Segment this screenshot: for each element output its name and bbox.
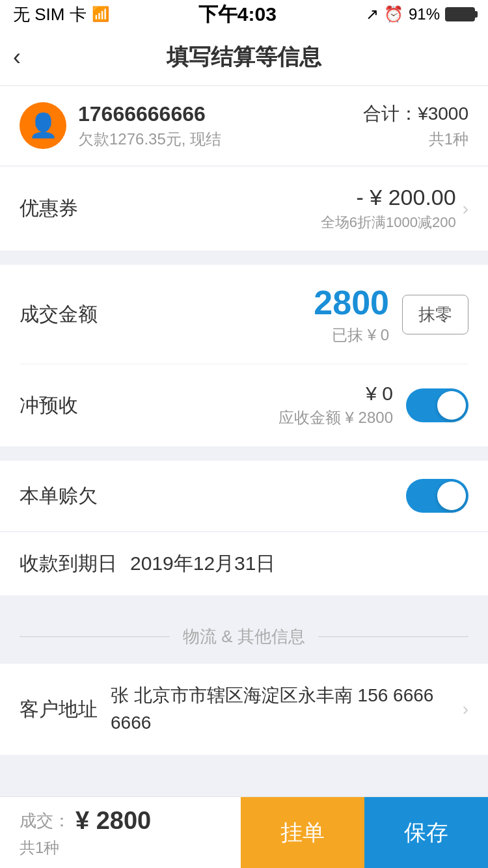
section-gap-1 xyxy=(0,252,488,265)
user-info: 17666666666 欠款1276.35元, 现结 xyxy=(78,102,221,150)
user-debt: 欠款1276.35元, 现结 xyxy=(78,129,221,150)
prepay-amount: ¥ 0 xyxy=(278,383,393,405)
address-label: 客户地址 xyxy=(20,696,98,723)
coupon-right: - ¥ 200.00 全场6折满1000减200 › xyxy=(321,185,468,232)
deal-amount: 2800 xyxy=(314,283,389,322)
user-right: 合计：¥3000 共1种 xyxy=(363,102,468,150)
logistics-divider: 物流 & 其他信息 xyxy=(0,610,488,664)
deal-amount-row: 成交金额 2800 已抹 ¥ 0 抹零 xyxy=(20,265,468,364)
back-button[interactable]: ‹ xyxy=(13,44,21,71)
deal-amount-label: 成交金额 xyxy=(20,301,98,328)
wifi-icon: 📶 xyxy=(92,6,109,23)
prepay-amount-wrap: ¥ 0 应收金额 ¥ 2800 xyxy=(278,383,393,428)
page-title: 填写结算等信息 xyxy=(167,42,321,72)
prepay-right: ¥ 0 应收金额 ¥ 2800 xyxy=(278,383,468,428)
coupon-row[interactable]: 优惠券 - ¥ 200.00 全场6折满1000减200 › xyxy=(0,167,488,251)
logistics-label: 物流 & 其他信息 xyxy=(183,625,305,648)
address-chevron-icon: › xyxy=(463,699,468,720)
status-left: 无 SIM 卡 📶 xyxy=(13,3,109,26)
alarm-icon: ⏰ xyxy=(384,5,403,23)
prepay-label: 冲预收 xyxy=(20,392,78,419)
user-phone: 17666666666 xyxy=(78,102,221,126)
prepay-sub: 应收金额 ¥ 2800 xyxy=(278,407,393,428)
logistics-line-right xyxy=(318,636,468,637)
deal-sub: 已抹 ¥ 0 xyxy=(314,325,389,346)
content-area: 👤 17666666666 欠款1276.35元, 现结 合计：¥3000 共1… xyxy=(0,86,488,868)
deal-right: 2800 已抹 ¥ 0 抹零 xyxy=(314,283,468,346)
coupon-desc: 全场6折满1000减200 xyxy=(321,213,456,232)
address-section[interactable]: 客户地址 张 北京市市辖区海淀区永丰南 156 6666 6666 › xyxy=(0,664,488,755)
prepay-row: 冲预收 ¥ 0 应收金额 ¥ 2800 xyxy=(20,364,468,446)
coupon-label: 优惠券 xyxy=(20,195,78,222)
due-date-section: 收款到期日 2019年12月31日 xyxy=(0,532,488,595)
user-count: 共1种 xyxy=(363,129,468,150)
coupon-amount: - ¥ 200.00 全场6折满1000减200 xyxy=(321,185,456,232)
logistics-line-left xyxy=(20,636,170,637)
section-gap-3 xyxy=(0,597,488,610)
due-date-label: 收款到期日 xyxy=(20,550,117,577)
bottom-deal-amount: ¥ 2800 xyxy=(75,807,151,835)
location-icon: ↗ xyxy=(366,5,379,23)
coupon-value: - ¥ 200.00 xyxy=(321,185,456,210)
coupon-chevron-icon: › xyxy=(463,198,468,219)
status-right: ↗ ⏰ 91% xyxy=(366,5,475,23)
user-left: 👤 17666666666 欠款1276.35元, 现结 xyxy=(20,102,221,150)
deal-amount-wrap: 2800 已抹 ¥ 0 xyxy=(314,283,389,346)
bottom-deal: 成交： ¥ 2800 xyxy=(20,807,221,835)
nav-bar: ‹ 填写结算等信息 xyxy=(0,29,488,86)
bottom-count: 共1种 xyxy=(20,837,221,858)
battery-label: 91% xyxy=(409,5,440,23)
battery-icon xyxy=(445,7,475,21)
user-card: 👤 17666666666 欠款1276.35元, 现结 合计：¥3000 共1… xyxy=(0,86,488,165)
due-date-value: 2019年12月31日 xyxy=(130,550,275,577)
hold-button[interactable]: 挂单 xyxy=(241,797,364,869)
bottom-bar: 成交： ¥ 2800 共1种 挂单 保存 xyxy=(0,796,488,868)
deal-section: 成交金额 2800 已抹 ¥ 0 抹零 冲预收 ¥ 0 应收金额 ¥ 2800 xyxy=(0,265,488,446)
debt-section: 本单赊欠 xyxy=(0,461,488,531)
bottom-summary: 成交： ¥ 2800 共1种 xyxy=(0,807,241,858)
user-total: 合计：¥3000 xyxy=(363,102,468,126)
round-off-button[interactable]: 抹零 xyxy=(402,295,468,334)
debt-toggle[interactable] xyxy=(406,479,468,513)
avatar: 👤 xyxy=(20,102,66,149)
debt-label: 本单赊欠 xyxy=(20,483,98,509)
network-label: 无 SIM 卡 xyxy=(13,3,87,26)
status-bar: 无 SIM 卡 📶 下午4:03 ↗ ⏰ 91% xyxy=(0,0,488,29)
debt-toggle-knob xyxy=(437,481,466,510)
status-time: 下午4:03 xyxy=(198,1,277,28)
prepay-toggle-knob xyxy=(437,391,466,420)
prepay-toggle[interactable] xyxy=(406,388,468,422)
section-gap-2 xyxy=(0,448,488,461)
bottom-deal-label: 成交： xyxy=(20,809,70,832)
save-button[interactable]: 保存 xyxy=(364,797,488,869)
address-value: 张 北京市市辖区海淀区永丰南 156 6666 6666 xyxy=(111,682,463,737)
